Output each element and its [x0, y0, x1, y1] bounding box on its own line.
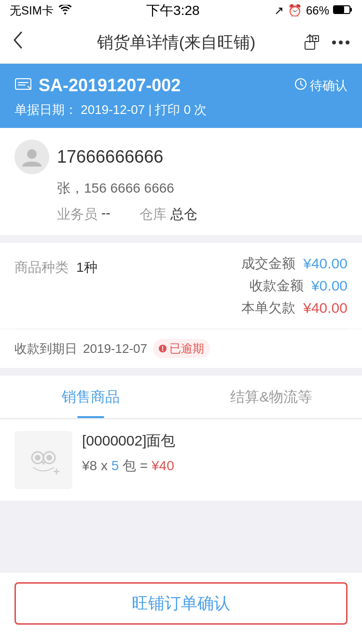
- summary-right: 成交金额 ¥40.00 收款金额 ¥0.00 本单欠款 ¥40.00: [241, 254, 348, 317]
- nav-left: [12, 30, 50, 54]
- unit: 包: [123, 458, 136, 473]
- svg-point-14: [46, 455, 52, 461]
- status-right: ↗ ⏰ 66%: [274, 4, 352, 17]
- product-type-value: 1种: [76, 258, 97, 277]
- due-section: 收款到期日 2019-12-07 ! 已逾期: [0, 329, 362, 368]
- customer-name: 张，156 6666 6666: [57, 179, 348, 197]
- confirm-button-label: 旺铺订单确认: [132, 592, 230, 615]
- customer-phone: 17666666666: [57, 147, 163, 167]
- confirm-button-container: 旺铺订单确认: [0, 572, 362, 644]
- more-button[interactable]: [331, 33, 350, 52]
- export-button[interactable]: [302, 33, 321, 52]
- status-bar: 无SIM卡 下午3:28 ↗ ⏰ 66%: [0, 0, 362, 21]
- quantity: 5: [111, 458, 119, 473]
- svg-rect-2: [334, 6, 344, 13]
- wifi-icon: [58, 4, 72, 17]
- product-info: [0000002]面包 ¥8 x 5 包 = ¥40: [82, 431, 348, 475]
- summary-left: 商品种类 1种: [14, 258, 97, 277]
- status-time: 下午3:28: [146, 1, 200, 20]
- location-icon: ↗: [274, 4, 284, 17]
- deal-amount-value: ¥40.00: [303, 255, 348, 272]
- deal-amount-row: 成交金额 ¥40.00: [241, 254, 348, 273]
- times-symbol: x: [101, 458, 111, 473]
- svg-point-7: [346, 41, 349, 44]
- nav-right: [302, 33, 350, 52]
- salesperson-label: 业务员: [57, 205, 97, 224]
- salesperson-item: 业务员 --: [57, 205, 111, 224]
- product-type-label: 商品种类: [14, 258, 69, 277]
- divider-1: [0, 235, 362, 243]
- deal-amount-label: 成交金额: [241, 254, 295, 273]
- tab-settlement[interactable]: 结算&物流等: [181, 376, 362, 418]
- owed-amount-label: 本单欠款: [241, 299, 295, 317]
- page-title: 销货单详情(来自旺铺): [97, 31, 256, 54]
- divider-2: [0, 368, 362, 376]
- unit-price: ¥8: [82, 458, 97, 473]
- order-id: SA-20191207-002: [14, 75, 181, 96]
- nav-bar: 销货单详情(来自旺铺): [0, 21, 362, 64]
- order-date: 单据日期： 2019-12-07 | 打印 0 次: [14, 101, 348, 118]
- battery-icon: [333, 4, 352, 17]
- tab-products-label: 销售商品: [62, 387, 120, 407]
- product-logo: +: [24, 441, 63, 479]
- overdue-text: 已逾期: [169, 341, 204, 356]
- product-item: + [0000002]面包 ¥8 x 5 包 = ¥40: [14, 431, 348, 489]
- due-date-label: 收款到期日: [14, 340, 77, 357]
- received-amount-row: 收款金额 ¥0.00: [250, 277, 348, 295]
- product-thumb-inner: +: [14, 431, 72, 489]
- clock-icon: [294, 78, 307, 94]
- salesperson-value: --: [101, 205, 111, 224]
- warehouse-item: 仓库 总仓: [139, 205, 197, 224]
- svg-point-10: [27, 149, 37, 159]
- svg-rect-8: [15, 79, 31, 89]
- customer-meta: 业务员 -- 仓库 总仓: [57, 205, 348, 224]
- order-header: SA-20191207-002 待确认 单据日期： 2019-12-07 | 打…: [0, 64, 362, 128]
- battery-text: 66%: [306, 4, 329, 17]
- product-section: + [0000002]面包 ¥8 x 5 包 = ¥40: [0, 420, 362, 501]
- svg-rect-1: [350, 8, 352, 12]
- received-amount-value: ¥0.00: [311, 278, 348, 294]
- owed-amount-value: ¥40.00: [303, 300, 348, 316]
- tabs-section: 销售商品 结算&物流等: [0, 376, 362, 419]
- svg-point-13: [35, 455, 41, 461]
- product-price: ¥8 x 5 包 = ¥40: [82, 457, 348, 475]
- status-left: 无SIM卡: [10, 3, 72, 18]
- order-icon: [14, 75, 34, 96]
- total-price: ¥40: [152, 458, 174, 473]
- summary-section: 商品种类 1种 成交金额 ¥40.00 收款金额 ¥0.00 本单欠款 ¥40.…: [0, 243, 362, 329]
- overdue-icon: !: [159, 345, 167, 352]
- svg-text:+: +: [53, 465, 60, 478]
- overdue-badge: ! 已逾期: [153, 339, 210, 358]
- back-button[interactable]: [12, 30, 23, 54]
- product-name: [0000002]面包: [82, 431, 348, 451]
- received-amount-label: 收款金额: [250, 277, 304, 295]
- owed-amount-row: 本单欠款 ¥40.00: [241, 299, 348, 317]
- carrier-text: 无SIM卡: [10, 3, 54, 18]
- tab-settlement-label: 结算&物流等: [230, 387, 312, 407]
- order-header-top: SA-20191207-002 待确认: [14, 75, 348, 96]
- warehouse-label: 仓库: [139, 205, 167, 224]
- avatar: [14, 140, 49, 174]
- svg-point-6: [339, 41, 343, 44]
- tab-underline: [77, 416, 104, 418]
- tab-products[interactable]: 销售商品: [0, 376, 181, 418]
- confirm-button[interactable]: 旺铺订单确认: [14, 582, 348, 625]
- customer-top: 17666666666: [14, 140, 348, 174]
- due-date-value: 2019-12-07: [83, 341, 147, 356]
- product-thumbnail: +: [14, 431, 72, 489]
- order-status: 待确认: [294, 77, 348, 94]
- alarm-icon: ⏰: [288, 4, 302, 17]
- warehouse-value: 总仓: [170, 205, 197, 224]
- customer-section: 17666666666 张，156 6666 6666 业务员 -- 仓库 总仓: [0, 128, 362, 235]
- svg-point-5: [332, 41, 336, 44]
